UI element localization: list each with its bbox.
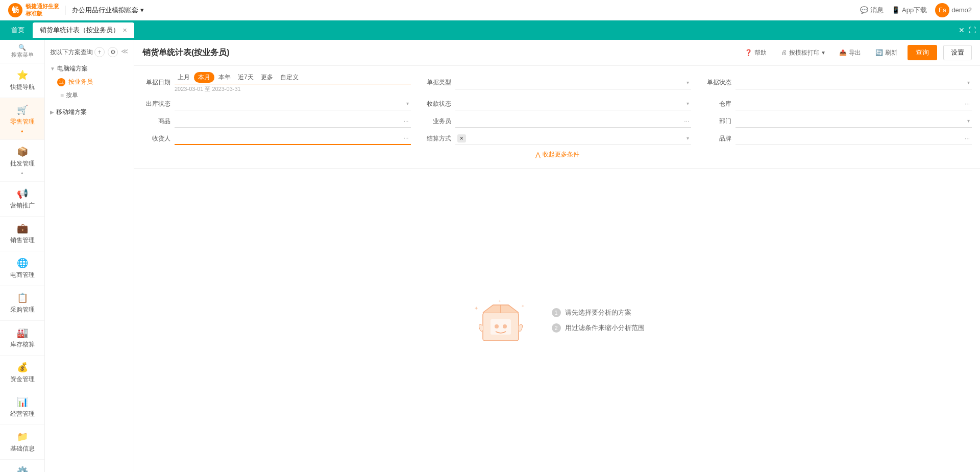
tip-num-1: 1 [552, 308, 561, 317]
header-right: 💬 消息 📱 App下载 Ea demo2 [860, 3, 972, 17]
date-btn-more[interactable]: 更多 [258, 72, 276, 83]
payment-input[interactable]: × ▾ [455, 132, 692, 145]
scheme-item-order[interactable]: ≡ 按单 [45, 89, 134, 102]
receiver-input[interactable]: ··· [175, 132, 411, 145]
salesperson-dots-icon: ··· [684, 117, 689, 125]
print-button[interactable]: 🖨 按模板打印 ▾ [777, 46, 829, 59]
scheme-add-button[interactable]: + [94, 47, 105, 57]
finance-icon: 💰 [17, 362, 28, 373]
out-status-arrow-icon: ▾ [406, 101, 409, 106]
warehouse-label: 仓库 [703, 100, 731, 108]
collapse-bar[interactable]: ⋀ 收起更多条件 [142, 147, 972, 162]
scheme-group-desktop: ▼ 电脑端方案 业 按业务员 ≡ 按单 [45, 60, 134, 104]
sidebar-item-ecommerce[interactable]: 🌐 电商管理 [0, 251, 44, 286]
doc-status-input[interactable]: ▾ [736, 76, 972, 89]
brand-label: 品牌 [703, 134, 731, 143]
filter-area: 单据日期 上月 本月 本年 近7天 更多 自定义 2023-03-01 至 20… [134, 66, 980, 169]
sidebar-item-marketing[interactable]: 📢 营销推广 [0, 182, 44, 217]
date-label: 单据日期 [142, 78, 170, 87]
pay-status-input[interactable]: ▾ [455, 97, 692, 110]
svg-text:✦: ✦ [498, 299, 501, 303]
sidebar-search[interactable]: 🔍 搜索菜单 [0, 40, 44, 63]
sidebar-item-wholesale[interactable]: 📦 批发管理 ▴ [0, 140, 44, 182]
help-button[interactable]: ❓ 帮助 [741, 46, 771, 59]
logo-icon: 畅 [8, 3, 22, 17]
date-btn-last-month[interactable]: 上月 [175, 72, 193, 83]
help-icon: ❓ [745, 49, 752, 56]
filter-doc-type: 单据类型 ▾ [423, 72, 692, 93]
sidebar-item-basic[interactable]: 📁 基础信息 [0, 425, 44, 460]
page-actions: ❓ 帮助 🖨 按模板打印 ▾ 📤 导出 🔄 刷新 [741, 45, 972, 60]
message-button[interactable]: 💬 消息 [860, 6, 884, 15]
warehouse-input[interactable]: ··· [736, 97, 972, 110]
query-button[interactable]: 查询 [908, 45, 937, 60]
filter-brand: 品牌 ··· [703, 132, 972, 145]
tab-bar: 首页 销货单统计表（按业务员） ✕ ✕ ⛶ [0, 20, 980, 40]
scheme-actions: + ⚙ ≪ [94, 47, 129, 57]
sidebar-item-nav[interactable]: ⭐ 快捷导航 [0, 63, 44, 98]
download-button[interactable]: 📱 App下载 [892, 6, 927, 15]
sidebar-item-purchase[interactable]: 📋 采购管理 [0, 286, 44, 321]
salesperson-input[interactable]: ··· [455, 114, 692, 128]
basic-icon: 📁 [17, 431, 28, 442]
print-chevron-icon: ▾ [822, 49, 825, 56]
filter-receiver: 收货人 ··· [142, 132, 411, 145]
date-btn-this-year[interactable]: 本年 [215, 72, 234, 83]
sidebar-item-operations[interactable]: 📊 经营管理 [0, 390, 44, 425]
svg-point-2 [495, 324, 499, 328]
scheme-order-icon: ≡ [60, 92, 64, 99]
sidebar-item-retail[interactable]: 🛒 零售管理 ▴ [0, 98, 44, 140]
tab-sales-stat[interactable]: 销货单统计表（按业务员） ✕ [33, 22, 134, 38]
sidebar-item-finance[interactable]: 💰 资金管理 [0, 356, 44, 390]
tab-home[interactable]: 首页 [4, 22, 32, 38]
scheme-salesperson-icon: 业 [57, 78, 65, 86]
date-btn-7days[interactable]: 近7天 [235, 72, 257, 83]
brand-dots-icon: ··· [965, 135, 970, 142]
operations-icon: 📊 [17, 396, 28, 408]
scheme-group-desktop-title[interactable]: ▼ 电脑端方案 [45, 62, 134, 75]
department-input[interactable]: ▾ [736, 114, 972, 128]
export-button[interactable]: 📤 导出 [835, 46, 865, 59]
sidebar-item-system[interactable]: ⚙️ 系统管理 [0, 460, 44, 472]
scheme-panel: 按以下方案查询 + ⚙ ≪ ▼ 电脑端方案 业 [45, 40, 134, 472]
download-icon: 📱 [892, 6, 900, 14]
brand-input[interactable]: ··· [736, 132, 972, 145]
content-area: 按以下方案查询 + ⚙ ≪ ▼ 电脑端方案 业 [45, 40, 980, 472]
system-icon: ⚙️ [17, 466, 28, 472]
scheme-item-salesperson[interactable]: 业 按业务员 [45, 75, 134, 89]
tip-item-1: 1 请先选择要分析的方案 [552, 308, 645, 317]
sidebar-item-inventory[interactable]: 🏭 库存核算 [0, 321, 44, 356]
empty-illustration: ✦ ✦ ✦ [470, 295, 531, 346]
goods-label: 商品 [142, 117, 170, 126]
doc-type-label: 单据类型 [423, 78, 451, 87]
out-status-input[interactable]: ▾ [175, 97, 411, 110]
refresh-button[interactable]: 🔄 刷新 [871, 46, 901, 59]
scheme-group-mobile-title[interactable]: ▶ 移动端方案 [45, 106, 134, 119]
doc-type-input[interactable]: ▾ [455, 76, 692, 89]
svg-rect-1 [491, 319, 511, 335]
doc-status-label: 单据状态 [703, 78, 731, 87]
sidebar-item-sales[interactable]: 💼 销售管理 [0, 217, 44, 251]
date-btn-this-month[interactable]: 本月 [194, 72, 214, 83]
payment-tag: × [457, 134, 466, 143]
user-menu[interactable]: Ea demo2 [935, 3, 972, 17]
main-layout: 🔍 搜索菜单 ⭐ 快捷导航 🛒 零售管理 ▴ 📦 批发管理 ▴ 📢 营销推广 💼… [0, 40, 980, 472]
chevron-down-icon: ▾ [140, 6, 144, 14]
receiver-label: 收货人 [142, 134, 170, 143]
tab-maximize-icon[interactable]: ⛶ [969, 26, 976, 34]
doc-status-arrow-icon: ▾ [967, 80, 970, 85]
scheme-settings-button[interactable]: ⚙ [108, 47, 118, 57]
settings-button[interactable]: 设置 [943, 45, 972, 60]
tab-close-icon[interactable]: ✕ [122, 27, 127, 34]
goods-input[interactable]: ··· [175, 114, 411, 128]
wholesale-icon: 📦 [17, 146, 28, 157]
company-selector[interactable]: 办公用品行业模拟账套 ▾ [65, 6, 144, 15]
scheme-collapse-button[interactable]: ≪ [121, 47, 129, 57]
purchase-icon: 📋 [17, 292, 28, 303]
message-icon: 💬 [860, 6, 868, 14]
date-btn-custom[interactable]: 自定义 [277, 72, 302, 83]
refresh-icon: 🔄 [875, 49, 883, 56]
department-arrow-icon: ▾ [967, 118, 970, 124]
tab-minimize-icon[interactable]: ✕ [959, 26, 965, 34]
filter-pay-status: 收款状态 ▾ [423, 97, 692, 110]
